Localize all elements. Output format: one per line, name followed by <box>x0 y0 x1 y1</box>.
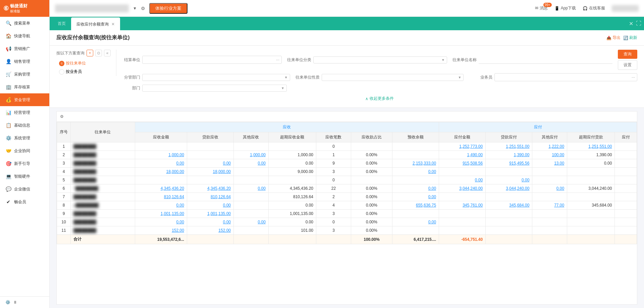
chevron-down-icon: ▼ <box>441 58 445 62</box>
salesman-input[interactable]: ··· <box>494 73 637 81</box>
sidebar-item-basic[interactable]: 📋 基础信息 <box>0 119 49 132</box>
sidebar-item-quicknav[interactable]: 🏠 快捷导航 <box>0 30 49 42</box>
page-title: 应收应付余额查询(按往来单位) <box>56 34 130 45</box>
sidebar-item-warehouse[interactable]: 🏢 库存核算 <box>0 81 49 93</box>
sidebar-bottom: ⚙️ ⏸ <box>0 296 49 308</box>
tab-home[interactable]: 首页 <box>52 17 71 30</box>
sidebar-item-marketing[interactable]: 📢 营销推广 <box>0 42 49 55</box>
scheme-by-staff[interactable]: 按业务员 <box>56 68 111 76</box>
sidebar-item-cooperation[interactable]: 🤝 企业协同 <box>0 144 49 157</box>
chevron-down-icon[interactable]: ▼ <box>133 6 137 11</box>
sidebar-item-wechat[interactable]: 💬 企业微信 <box>0 183 49 195</box>
messages-badge: 99+ <box>543 3 552 7</box>
sidebar-item-guide[interactable]: 🎯 新手引导 <box>0 157 49 170</box>
col-ar-count: 应收笔数 <box>316 132 351 142</box>
refresh-icon: 🔄 <box>623 36 628 40</box>
sidebar-item-label: 快捷导航 <box>14 33 30 39</box>
settings-icon[interactable]: ⚙️ <box>5 300 10 305</box>
col-ap-group: 应付 <box>439 122 637 132</box>
sidebar-item-hardware[interactable]: 💻 智能硬件 <box>0 170 49 183</box>
query-button[interactable]: 查询 <box>618 50 637 59</box>
col-ar-overdue: 超期应收金额 <box>268 132 316 142</box>
sales-icon: 👤 <box>5 58 11 64</box>
scheme-by-unit[interactable]: ① 按往来单位 <box>56 59 111 68</box>
unit-name-input[interactable] <box>479 56 612 64</box>
sidebar-item-label: 系统管理 <box>14 135 30 141</box>
topbar: ▼ ⚙ 体验行业方案 ✉ 消息 99+ 📱 App下载 🎧 在线客服 <box>50 0 644 17</box>
table-row: 6 ^████████ 4,345,436.20 4,345,436.20 0.… <box>57 184 637 193</box>
dept-select[interactable]: ▼ <box>142 85 287 92</box>
refresh-button[interactable]: 🔄 刷新 <box>623 35 637 41</box>
sidebar-item-label: 搜索菜单 <box>14 20 30 26</box>
table-row: 7 ████████ 810,126.64 810,126.64 810,126… <box>57 193 637 201</box>
wechat-icon: 💬 <box>5 186 11 192</box>
total-label: 合计 <box>71 235 135 244</box>
online-service-link[interactable]: 🎧 在线客服 <box>583 5 605 11</box>
table-row: 4 ████████ 18,000.00 18,000.00 9,000.00 … <box>57 168 637 176</box>
collapse-icon[interactable]: ⏸ <box>13 300 17 305</box>
table-gear-icon[interactable]: ⚙ <box>60 114 64 119</box>
tab-home-label: 首页 <box>58 21 66 27</box>
collapse-scheme-button[interactable]: « <box>104 50 111 56</box>
col-ap-other: 其他应付 <box>532 132 567 142</box>
dept-label: 部门 <box>122 85 140 91</box>
col-ar-other: 其他应收 <box>233 132 268 142</box>
system-icon: ⚙️ <box>5 135 11 141</box>
sidebar-item-finance[interactable]: 💰 资金管理 <box>0 93 49 106</box>
member-icon: ✔ <box>5 199 11 205</box>
total-ap-amount: -654,751.40 <box>439 235 486 244</box>
promo-button[interactable]: 体验行业方案 <box>149 3 187 14</box>
col-ap-amount: 应付金额 <box>439 132 486 142</box>
tab-query[interactable]: 应收应付余额查询 ✕ <box>71 17 120 31</box>
chevron-down-icon: ▼ <box>281 86 284 90</box>
chevron-up-icon: ∧ <box>365 96 368 101</box>
maximize-icon[interactable]: ⛶ <box>636 20 641 27</box>
scheme-inactive-icon <box>59 69 64 75</box>
settlement-input[interactable]: ··· <box>142 56 282 64</box>
table-row: 2 ████████ 1,000.00 1,000.00 1,000.00 1 … <box>57 151 637 159</box>
sidebar-item-sales[interactable]: 👤 销售管理 <box>0 55 49 68</box>
unit-name-label: 往来单位名称 <box>452 57 477 63</box>
edit-scheme-button[interactable]: ⊙ <box>95 50 102 56</box>
total-ar-ratio: 100.00% <box>351 235 392 244</box>
close-window-icon[interactable]: ✕ <box>629 20 633 27</box>
sidebar-item-search[interactable]: 🔍 搜索菜单 <box>0 17 49 30</box>
export-icon: 📤 <box>606 36 611 40</box>
sidebar-item-system[interactable]: ⚙️ 系统管理 <box>0 132 49 144</box>
col-ar-prepaid: 预收余额 <box>392 132 439 142</box>
settlement-label: 结算单位 <box>122 57 140 63</box>
table-row: 10 ████████ 0.00 0.00 0.00 0.00 0 0.00% … <box>57 218 637 226</box>
logo-version: 标准版 <box>10 9 28 14</box>
tab-query-label: 应收应付余额查询 <box>76 21 109 27</box>
col-ar-group: 应收 <box>135 122 439 132</box>
col-ap-col: 应付 <box>615 132 637 142</box>
unit-nature-select[interactable]: ▼ <box>322 74 464 81</box>
export-button[interactable]: 📤 导出 <box>606 35 621 41</box>
user-area[interactable] <box>612 5 639 12</box>
settings-button[interactable]: 设置 <box>618 60 637 70</box>
dept-manage-select[interactable]: ▼ <box>142 74 290 81</box>
sidebar-item-label: 智能硬件 <box>14 174 30 179</box>
sidebar-item-label: 库存核算 <box>14 84 30 90</box>
app-download-link[interactable]: 📱 App下载 <box>554 5 576 11</box>
sidebar-item-purchase[interactable]: 🛒 采购管理 <box>0 68 49 81</box>
sidebar-item-operations[interactable]: 📊 经营管理 <box>0 106 49 119</box>
table-row: 8 p████████ 0.00 0.00 0.00 4 0.00% 655,6… <box>57 201 637 210</box>
sidebar-item-label: 资金管理 <box>14 97 30 103</box>
sidebar-item-label: 基础信息 <box>14 123 30 128</box>
col-ar-amount: 应收金额 <box>135 132 187 142</box>
unit-nature-label: 往来单位性质 <box>296 75 320 80</box>
sidebar-item-label: 营销推广 <box>14 46 30 52</box>
tab-close-icon[interactable]: ✕ <box>111 22 115 27</box>
sidebar-item-label: 销售管理 <box>14 59 30 64</box>
home-icon: 🏠 <box>5 33 11 39</box>
add-scheme-button[interactable]: + <box>87 50 93 56</box>
messages-button[interactable]: ✉ 消息 99+ <box>535 5 547 11</box>
collapse-filter-button[interactable]: ∧ 收起更多条件 <box>122 94 637 103</box>
sidebar-item-label: 新手引导 <box>14 161 30 167</box>
gear-icon[interactable]: ⚙ <box>141 6 145 11</box>
page-actions: 📤 导出 🔄 刷新 <box>606 35 637 45</box>
unit-category-select[interactable]: ▼ <box>313 56 447 63</box>
sidebar-item-member[interactable]: ✔ 畅会员 <box>0 195 49 208</box>
filter-area: 按以下方案查询 + ⊙ « ① 按往来单位 按业务员 <box>50 46 644 108</box>
